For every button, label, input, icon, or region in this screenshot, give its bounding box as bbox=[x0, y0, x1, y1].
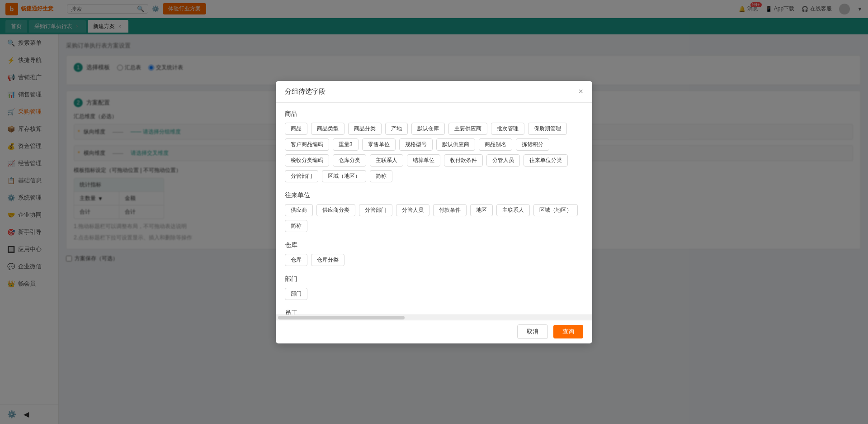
section-goods: 商品 商品 商品类型 商品分类 产地 默认仓库 主要供应商 批次管理 保质期管理… bbox=[285, 110, 583, 182]
goods-tags: 商品 商品类型 商品分类 产地 默认仓库 主要供应商 批次管理 保质期管理 客户… bbox=[285, 123, 583, 182]
modal-body[interactable]: 商品 商品 商品类型 商品分类 产地 默认仓库 主要供应商 批次管理 保质期管理… bbox=[276, 103, 592, 314]
tag-short-name2[interactable]: 简称 bbox=[285, 220, 307, 232]
tag-region[interactable]: 区域（地区） bbox=[322, 170, 366, 182]
modal-horizontal-scrollbar[interactable] bbox=[276, 314, 592, 320]
tag-area[interactable]: 地区 bbox=[470, 204, 493, 216]
tag-warehouse-cat[interactable]: 仓库分类 bbox=[311, 254, 344, 266]
dept-tags: 部门 bbox=[285, 288, 583, 300]
section-dept: 部门 部门 bbox=[285, 275, 583, 300]
modal-overlay: 分组待选字段 × 商品 商品 商品类型 商品分类 产地 默认仓库 主要供应商 批… bbox=[0, 0, 868, 424]
tag-dept-managed[interactable]: 分管部门 bbox=[285, 170, 318, 182]
section-warehouse: 仓库 仓库 仓库分类 bbox=[285, 241, 583, 266]
section-warehouse-title: 仓库 bbox=[285, 241, 583, 249]
tag-batch-mgmt[interactable]: 批次管理 bbox=[491, 123, 524, 135]
tag-customer-code[interactable]: 客户商品编码 bbox=[285, 138, 329, 151]
tag-dept[interactable]: 部门 bbox=[285, 288, 307, 300]
tag-origin[interactable]: 产地 bbox=[385, 123, 408, 135]
tag-default-supplier[interactable]: 默认供应商 bbox=[436, 138, 475, 151]
modal-title: 分组待选字段 bbox=[285, 87, 326, 96]
tag-pick-points[interactable]: 拣货积分 bbox=[516, 138, 549, 151]
tag-supplier[interactable]: 供应商 bbox=[285, 204, 313, 216]
modal-footer: 取消 查询 bbox=[276, 320, 592, 343]
tag-main-contact2[interactable]: 主联系人 bbox=[496, 204, 530, 216]
tag-main-contact[interactable]: 主联系人 bbox=[370, 154, 403, 167]
tag-supervisor[interactable]: 分管人员 bbox=[486, 154, 520, 167]
tag-partner-dept[interactable]: 分管部门 bbox=[359, 204, 392, 216]
modal-hscroll-thumb[interactable] bbox=[278, 316, 405, 319]
tag-payment-terms[interactable]: 收付款条件 bbox=[444, 154, 483, 167]
partner-tags: 供应商 供应商分类 分管部门 分管人员 付款条件 地区 主联系人 区域（地区） … bbox=[285, 204, 583, 232]
tag-expiry-mgmt[interactable]: 保质期管理 bbox=[528, 123, 567, 135]
tag-retail-unit[interactable]: 零售单位 bbox=[362, 138, 396, 151]
tag-main-supplier[interactable]: 主要供应商 bbox=[448, 123, 487, 135]
tag-supplier-category[interactable]: 供应商分类 bbox=[316, 204, 355, 216]
section-goods-title: 商品 bbox=[285, 110, 583, 118]
modal-close-button[interactable]: × bbox=[578, 87, 583, 96]
tag-goods-category[interactable]: 商品分类 bbox=[348, 123, 382, 135]
tag-tax-code[interactable]: 税收分类编码 bbox=[285, 154, 329, 167]
section-employee-title: 员工 bbox=[285, 309, 583, 314]
tag-partner-supervisor[interactable]: 分管人员 bbox=[396, 204, 429, 216]
modal-cancel-button[interactable]: 取消 bbox=[517, 324, 548, 339]
tag-weight3[interactable]: 重量3 bbox=[333, 138, 359, 151]
modal: 分组待选字段 × 商品 商品 商品类型 商品分类 产地 默认仓库 主要供应商 批… bbox=[276, 81, 592, 343]
modal-confirm-button[interactable]: 查询 bbox=[553, 325, 583, 338]
tag-goods-type[interactable]: 商品类型 bbox=[311, 123, 344, 135]
tag-region2[interactable]: 区域（地区） bbox=[533, 204, 578, 216]
section-employee: 员工 业务员 bbox=[285, 309, 583, 314]
section-partner-title: 往来单位 bbox=[285, 191, 583, 200]
tag-payment-condition[interactable]: 付款条件 bbox=[433, 204, 467, 216]
section-partner: 往来单位 供应商 供应商分类 分管部门 分管人员 付款条件 地区 主联系人 区域… bbox=[285, 191, 583, 232]
tag-goods-alias[interactable]: 商品别名 bbox=[479, 138, 512, 151]
tag-settlement-unit[interactable]: 结算单位 bbox=[407, 154, 440, 167]
tag-default-warehouse[interactable]: 默认仓库 bbox=[411, 123, 445, 135]
modal-header: 分组待选字段 × bbox=[276, 81, 592, 103]
warehouse-tags: 仓库 仓库分类 bbox=[285, 254, 583, 266]
tag-partner-category[interactable]: 往来单位分类 bbox=[524, 154, 568, 167]
tag-short-name[interactable]: 简称 bbox=[370, 170, 392, 182]
tag-spec-model[interactable]: 规格型号 bbox=[399, 138, 433, 151]
tag-warehouse-category[interactable]: 仓库分类 bbox=[333, 154, 366, 167]
tag-goods[interactable]: 商品 bbox=[285, 123, 307, 135]
tag-warehouse[interactable]: 仓库 bbox=[285, 254, 307, 266]
section-dept-title: 部门 bbox=[285, 275, 583, 283]
